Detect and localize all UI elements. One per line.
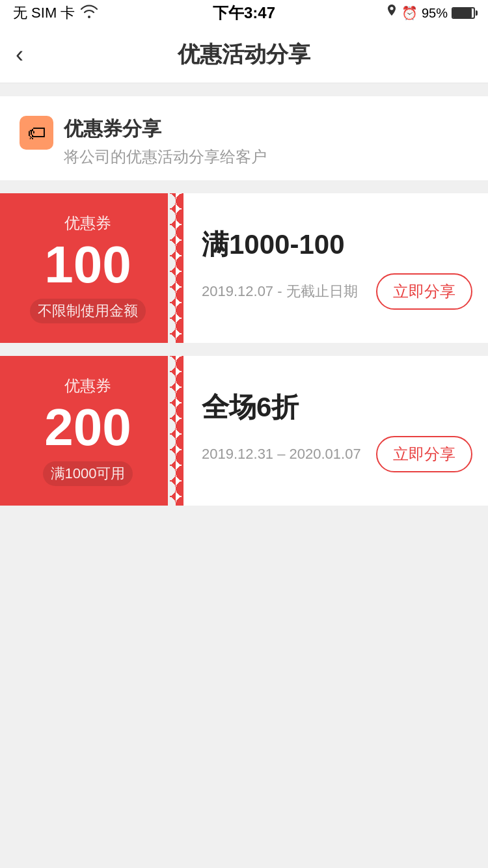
coupon-left-2: 优惠券 200 满1000可用 bbox=[0, 356, 176, 506]
nav-title: 优惠活动分享 bbox=[178, 40, 310, 70]
coupon-name-2: 全场6折 bbox=[202, 389, 472, 426]
coupon-card-2: 优惠券 200 满1000可用 全场6折 2019.12.31 – 2020.0… bbox=[0, 356, 488, 506]
battery-icon bbox=[452, 7, 475, 19]
coupon-list: 优惠券 100 不限制使用金额 满1000-100 2019.12.07 - 无… bbox=[0, 193, 488, 506]
coupon-date-2: 2019.12.31 – 2020.01.07 bbox=[202, 446, 370, 463]
carrier-text: 无 SIM 卡 bbox=[13, 3, 75, 23]
coupon-left-1: 优惠券 100 不限制使用金额 bbox=[0, 193, 176, 343]
share-button-2[interactable]: 立即分享 bbox=[376, 436, 472, 472]
status-right: ⏰ 95% bbox=[386, 5, 475, 22]
section-icon: 🏷 bbox=[20, 116, 53, 150]
coupon-date-1: 2019.12.07 - 无截止日期 bbox=[202, 282, 370, 301]
alarm-icon: ⏰ bbox=[401, 5, 418, 21]
coupon-type-2: 优惠券 bbox=[64, 375, 111, 396]
section-text: 优惠券分享 将公司的优惠活动分享给客户 bbox=[64, 116, 267, 167]
nav-bar: ‹ 优惠活动分享 bbox=[0, 26, 488, 83]
coupon-meta-1: 2019.12.07 - 无截止日期 立即分享 bbox=[202, 273, 472, 310]
coupon-name-1: 满1000-100 bbox=[202, 226, 472, 263]
status-bar: 无 SIM 卡 下午3:47 ⏰ 95% bbox=[0, 0, 488, 26]
share-button-1[interactable]: 立即分享 bbox=[376, 273, 472, 310]
coupon-amount-1: 100 bbox=[44, 239, 131, 291]
status-left: 无 SIM 卡 bbox=[13, 3, 98, 23]
coupon-condition-1: 不限制使用金额 bbox=[30, 299, 146, 323]
coupon-right-2: 全场6折 2019.12.31 – 2020.01.07 立即分享 bbox=[176, 356, 488, 506]
location-icon bbox=[386, 5, 398, 22]
coupon-amount-2: 200 bbox=[44, 401, 131, 454]
coupon-type-1: 优惠券 bbox=[64, 213, 111, 234]
battery-percent: 95% bbox=[422, 6, 448, 21]
coupon-meta-2: 2019.12.31 – 2020.01.07 立即分享 bbox=[202, 436, 472, 472]
coupon-condition-2: 满1000可用 bbox=[43, 461, 133, 486]
section-subtitle: 将公司的优惠活动分享给客户 bbox=[64, 146, 267, 167]
section-header: 🏷 优惠券分享 将公司的优惠活动分享给客户 bbox=[0, 96, 488, 180]
bottom-empty-area bbox=[0, 506, 488, 831]
status-time: 下午3:47 bbox=[213, 3, 275, 23]
wifi-icon bbox=[80, 4, 98, 22]
back-button[interactable]: ‹ bbox=[16, 43, 23, 66]
coupon-right-1: 满1000-100 2019.12.07 - 无截止日期 立即分享 bbox=[176, 193, 488, 343]
section-title: 优惠券分享 bbox=[64, 116, 267, 142]
coupon-card-1: 优惠券 100 不限制使用金额 满1000-100 2019.12.07 - 无… bbox=[0, 193, 488, 343]
